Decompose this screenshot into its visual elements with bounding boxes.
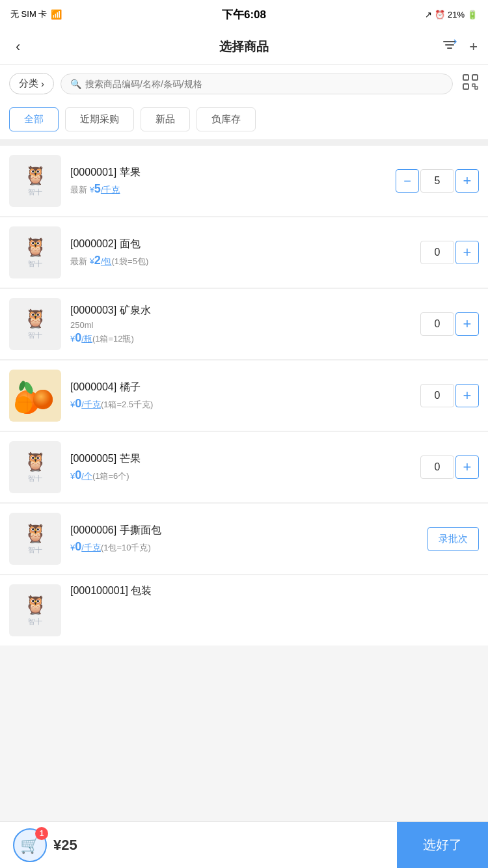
- qty-control-orange: +: [420, 384, 479, 407]
- product-item: [0000004] 橘子 ¥0/千克(1箱=2.5千克) +: [0, 360, 488, 431]
- product-info-orange: [0000004] 橘子 ¥0/千克(1箱=2.5千克): [70, 381, 411, 411]
- batch-button[interactable]: 录批次: [427, 527, 479, 551]
- qty-input[interactable]: [420, 455, 454, 479]
- product-price: ¥0/个(1箱=6个): [70, 468, 411, 482]
- product-name: [0000005] 芒果: [70, 452, 411, 466]
- svg-rect-6: [472, 84, 475, 87]
- placeholder-owl-icon: 🦉: [24, 308, 47, 329]
- cart-badge: 1: [35, 827, 48, 840]
- product-list: 🦉 智十 [0000001] 苹果 最新 ¥5/千克 − + 🦉 智十 [000…: [0, 146, 488, 645]
- alarm-icon: ⏰: [435, 10, 445, 20]
- cart-icon: 🛒: [20, 836, 40, 854]
- product-item-partial: 🦉 智十 [000100001] 包装: [0, 575, 488, 645]
- product-item: 🦉 智十 [0000001] 苹果 最新 ¥5/千克 − +: [0, 146, 488, 216]
- status-left: 无 SIM 卡 📶: [10, 8, 62, 20]
- qty-control-mango: +: [420, 455, 479, 479]
- qty-input[interactable]: [420, 169, 454, 193]
- nav-actions: +: [442, 37, 478, 57]
- product-price: ¥0/千克(1箱=2.5千克): [70, 397, 411, 411]
- product-item: 🦉 智十 [0000006] 手撕面包 ¥0/千克(1包=10千克) 录批次: [0, 504, 488, 574]
- svg-rect-7: [475, 87, 478, 89]
- svg-rect-3: [463, 75, 468, 80]
- page-title: 选择商品: [219, 38, 269, 55]
- qty-increase-button[interactable]: +: [455, 455, 479, 479]
- qty-control-bread: +: [420, 241, 479, 264]
- product-price: 最新 ¥5/千克: [70, 182, 386, 196]
- sim-status: 无 SIM 卡: [10, 8, 47, 20]
- battery-icon: 🔋: [467, 10, 478, 20]
- svg-rect-4: [472, 75, 478, 80]
- filter-icon[interactable]: [442, 37, 457, 57]
- bottom-bar: 1 🛒 ¥25 选好了: [0, 821, 488, 868]
- product-info-package: [000100001] 包装: [70, 584, 479, 601]
- add-button[interactable]: +: [469, 38, 478, 55]
- category-button[interactable]: 分类 ›: [9, 73, 54, 94]
- tab-row: 全部 近期采购 新品 负库存: [0, 102, 488, 139]
- scan-icon[interactable]: [462, 74, 479, 94]
- product-name: [0000001] 苹果: [70, 166, 386, 180]
- product-info-bread: [0000002] 面包 最新 ¥2/包(1袋=5包): [70, 237, 411, 267]
- product-item: 🦉 智十 [0000005] 芒果 ¥0/个(1箱=6个) +: [0, 432, 488, 502]
- category-arrow: ›: [41, 78, 44, 89]
- product-image-water: 🦉 智十: [9, 298, 61, 350]
- confirm-button[interactable]: 选好了: [397, 822, 488, 868]
- nav-bar: ‹ 选择商品 +: [0, 29, 488, 65]
- qty-increase-button[interactable]: +: [455, 169, 479, 193]
- placeholder-owl-icon: 🦉: [24, 236, 47, 258]
- product-name: [0000003] 矿泉水: [70, 304, 411, 318]
- search-input[interactable]: [85, 79, 443, 89]
- battery-level: 21%: [448, 10, 465, 20]
- status-right: ↗ ⏰ 21% 🔋: [425, 10, 478, 20]
- search-box[interactable]: 🔍: [61, 74, 453, 94]
- qty-input[interactable]: [420, 384, 454, 407]
- tab-new[interactable]: 新品: [141, 107, 190, 131]
- qty-control-apple: − +: [396, 169, 479, 193]
- tab-negative-stock[interactable]: 负库存: [197, 107, 256, 131]
- qty-increase-button[interactable]: +: [455, 312, 479, 336]
- product-info-apple: [0000001] 苹果 最新 ¥5/千克: [70, 166, 386, 196]
- filter-row: 分类 › 🔍: [0, 65, 488, 102]
- product-item: 🦉 智十 [0000002] 面包 最新 ¥2/包(1袋=5包) +: [0, 217, 488, 288]
- placeholder-owl-icon: 🦉: [24, 522, 47, 544]
- cart-section: 1 🛒 ¥25: [0, 828, 397, 862]
- status-bar: 无 SIM 卡 📶 下午6:08 ↗ ⏰ 21% 🔋: [0, 0, 488, 29]
- product-name: [0000002] 面包: [70, 237, 411, 251]
- product-name: [0000006] 手撕面包: [70, 524, 418, 537]
- svg-point-12: [33, 390, 53, 409]
- product-info-mango: [0000005] 芒果 ¥0/个(1箱=6个): [70, 452, 411, 482]
- status-time: 下午6:08: [222, 7, 266, 22]
- qty-increase-button[interactable]: +: [455, 241, 479, 264]
- svg-point-13: [15, 396, 32, 413]
- cart-amount: ¥25: [53, 837, 77, 854]
- tab-all[interactable]: 全部: [9, 107, 59, 131]
- cart-icon-wrap[interactable]: 1 🛒: [13, 828, 47, 862]
- qty-input[interactable]: [420, 312, 454, 336]
- product-info-torn-bread: [0000006] 手撕面包 ¥0/千克(1包=10千克): [70, 524, 418, 554]
- qty-decrease-button[interactable]: −: [396, 169, 419, 193]
- tab-recent[interactable]: 近期采购: [65, 107, 134, 131]
- product-price: ¥0/瓶(1箱=12瓶): [70, 331, 411, 345]
- qty-input[interactable]: [420, 241, 454, 264]
- search-icon: 🔍: [70, 79, 81, 89]
- section-divider: [0, 139, 488, 146]
- placeholder-owl-icon: 🦉: [24, 594, 47, 616]
- product-price: 最新 ¥2/包(1袋=5包): [70, 254, 411, 267]
- product-name: [000100001] 包装: [70, 584, 479, 598]
- qty-increase-button[interactable]: +: [455, 384, 479, 407]
- product-name: [0000004] 橘子: [70, 381, 411, 394]
- product-image-package: 🦉 智十: [9, 584, 61, 636]
- product-price: ¥0/千克(1包=10千克): [70, 540, 418, 554]
- product-image-torn-bread: 🦉 智十: [9, 513, 61, 565]
- product-item: 🦉 智十 [0000003] 矿泉水 250ml ¥0/瓶(1箱=12瓶) +: [0, 289, 488, 359]
- product-info-water: [0000003] 矿泉水 250ml ¥0/瓶(1箱=12瓶): [70, 304, 411, 345]
- placeholder-owl-icon: 🦉: [24, 451, 47, 472]
- product-image-apple: 🦉 智十: [9, 155, 61, 207]
- location-icon: ↗: [425, 10, 432, 20]
- qty-control-water: +: [420, 312, 479, 336]
- product-image-mango: 🦉 智十: [9, 441, 61, 493]
- category-label: 分类: [19, 77, 38, 90]
- back-button[interactable]: ‹: [10, 33, 25, 61]
- product-image-bread: 🦉 智十: [9, 226, 61, 278]
- svg-rect-5: [463, 84, 468, 89]
- product-image-orange: [9, 370, 61, 422]
